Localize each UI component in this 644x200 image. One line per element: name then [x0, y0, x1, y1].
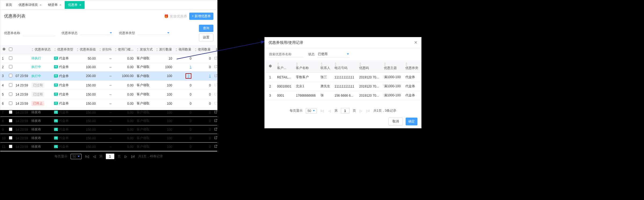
- row-claimed[interactable]: 1: [174, 63, 193, 71]
- sort-icon[interactable]: [405, 63, 420, 66]
- modal-search-input[interactable]: [268, 51, 310, 57]
- sort-icon[interactable]: [156, 48, 158, 51]
- page-input[interactable]: [106, 154, 114, 159]
- gear-icon[interactable]: [2, 48, 6, 52]
- sort-icon[interactable]: [175, 48, 177, 51]
- row-checkbox[interactable]: [9, 128, 12, 131]
- row-checkbox[interactable]: [9, 136, 12, 140]
- share-icon[interactable]: [214, 101, 217, 106]
- row-used[interactable]: 1: [193, 71, 212, 81]
- query-button[interactable]: 查询: [199, 25, 213, 32]
- page-input[interactable]: [341, 108, 350, 114]
- column-header[interactable]: 优惠券状态: [30, 45, 52, 54]
- row-checkbox[interactable]: [9, 92, 12, 96]
- column-header[interactable]: 领用数量: [174, 45, 193, 54]
- row-checkbox[interactable]: [9, 65, 12, 68]
- column-header[interactable]: 联系人: [319, 60, 333, 73]
- add-coupon-button[interactable]: + 新增优惠券: [189, 13, 213, 20]
- column-header[interactable]: 使用数量: [193, 45, 212, 54]
- table-row[interactable]: 307 23:59执行中代代金券200.00--1000.00客户领取10031: [0, 71, 217, 81]
- sort-icon[interactable]: [334, 63, 356, 66]
- share-icon[interactable]: [214, 110, 217, 115]
- page-prev-button[interactable]: ◁: [93, 155, 96, 158]
- table-row[interactable]: 914 23:59待发布代代金券150.00--0.00客户领取10000: [0, 125, 217, 134]
- share-icon[interactable]: [214, 56, 217, 61]
- sort-icon[interactable]: [321, 63, 331, 66]
- filter-type-select[interactable]: [138, 31, 170, 35]
- modal-cancel-button[interactable]: 取消: [388, 118, 403, 125]
- column-header[interactable]: 优惠码: [358, 60, 382, 73]
- sort-icon[interactable]: [31, 48, 34, 51]
- modal-close-button[interactable]: ✕: [414, 40, 417, 45]
- filter-settings-button[interactable]: 设置: [199, 34, 213, 41]
- tab-优惠券详情页[interactable]: 优惠券详情页✕: [15, 1, 45, 9]
- filter-name-input[interactable]: [23, 30, 55, 36]
- share-icon[interactable]: [214, 65, 217, 69]
- sort-icon[interactable]: [137, 48, 139, 51]
- row-checkbox[interactable]: [9, 110, 12, 114]
- column-header[interactable]: 折扣%: [97, 45, 113, 54]
- share-icon[interactable]: [214, 119, 217, 123]
- share-icon[interactable]: [214, 127, 217, 132]
- sort-icon[interactable]: [359, 63, 381, 66]
- column-header[interactable]: 操作: [212, 45, 217, 54]
- table-row[interactable]: 614 23:59已终止代代金券150.00--0.00客户领取10000: [0, 99, 217, 108]
- table-row[interactable]: 714 23:59待发布代代金券150.00--0.00客户领取10000: [0, 108, 217, 117]
- table-row[interactable]: 1待执行代代金券50.00--0.00客户领取1000: [0, 54, 217, 63]
- share-icon[interactable]: [214, 83, 217, 88]
- table-row[interactable]: 514 23:59已过期代代金券150.00--0.00客户领取10000: [0, 90, 217, 99]
- column-header[interactable]: 使用门槛...: [113, 45, 135, 54]
- table-row[interactable]: 1114 23:59待发布代代金券150.00--0.00客户领取10000: [0, 143, 217, 151]
- page-next-button[interactable]: ▷: [124, 155, 128, 158]
- close-icon[interactable]: ✕: [79, 3, 81, 6]
- table-row[interactable]: 814 23:59待发布代代金券150.00--0.00客户领取10000: [0, 117, 217, 125]
- table-row[interactable]: 414 23:59已过期代代金券150.00--0.00客户领取10000: [0, 81, 217, 90]
- page-last-button[interactable]: ▷I: [131, 155, 135, 158]
- tab-优惠券[interactable]: 优惠券✕: [65, 1, 85, 9]
- column-header[interactable]: 优惠主题: [382, 60, 404, 73]
- sort-icon[interactable]: [77, 48, 79, 51]
- table-row[interactable]: 1RETAIL...零散客户张三111111111112019120 70...…: [265, 73, 421, 82]
- share-icon[interactable]: [214, 136, 217, 140]
- sort-icon[interactable]: [277, 63, 293, 66]
- column-header[interactable]: 优惠券类型: [52, 45, 75, 54]
- sort-icon[interactable]: [296, 63, 317, 66]
- column-header[interactable]: 优惠券类: [404, 60, 421, 73]
- page-first-button[interactable]: I◁: [320, 109, 324, 113]
- table-row[interactable]: 1014 23:59待发布代代金券150.00--0.00客户领取10000: [0, 134, 217, 143]
- table-row[interactable]: 2执行中代代金券100.00--0.00客户领取100010: [0, 63, 217, 71]
- page-first-button[interactable]: I◁: [85, 155, 89, 158]
- per-page-select[interactable]: 50: [306, 108, 317, 114]
- modal-ok-button[interactable]: 确定: [406, 118, 417, 125]
- share-icon[interactable]: [214, 92, 217, 97]
- column-header[interactable]: 电话号码: [333, 60, 358, 73]
- gear-icon[interactable]: [268, 65, 272, 69]
- row-checkbox[interactable]: [9, 74, 12, 77]
- column-header[interactable]: 客户名称: [294, 60, 319, 73]
- close-icon[interactable]: ✕: [39, 3, 42, 6]
- column-header[interactable]: 发行数量: [154, 45, 174, 54]
- row-claimed[interactable]: 3: [174, 71, 193, 81]
- table-row[interactable]: 200010001北京1唐先生111111111112019120 70...满…: [265, 82, 421, 91]
- sort-icon[interactable]: [195, 48, 197, 51]
- per-page-select[interactable]: 50: [71, 154, 82, 159]
- column-header[interactable]: 优惠券面值: [75, 45, 97, 54]
- row-checkbox[interactable]: [9, 119, 12, 122]
- filter-status-select[interactable]: [80, 31, 112, 35]
- close-icon[interactable]: ✕: [59, 3, 61, 6]
- row-checkbox[interactable]: [9, 83, 12, 87]
- column-header[interactable]: 发放方式: [135, 45, 154, 54]
- page-prev-button[interactable]: ◁: [328, 109, 331, 113]
- row-checkbox[interactable]: [9, 145, 12, 148]
- sort-icon[interactable]: [384, 63, 402, 66]
- row-checkbox[interactable]: [9, 101, 12, 105]
- sort-icon[interactable]: [99, 48, 101, 51]
- row-checkbox[interactable]: [9, 56, 12, 60]
- share-icon[interactable]: [214, 144, 217, 149]
- sort-icon[interactable]: [115, 48, 117, 51]
- issue-coupon-button[interactable]: 🎁 发放优惠券: [164, 14, 187, 19]
- tab-销货单[interactable]: 销货单✕: [45, 1, 65, 9]
- sort-icon[interactable]: [54, 48, 56, 51]
- table-row[interactable]: 3000117666666666张156 6666 6...2019120 70…: [265, 91, 421, 100]
- page-next-button[interactable]: ▷: [359, 109, 363, 113]
